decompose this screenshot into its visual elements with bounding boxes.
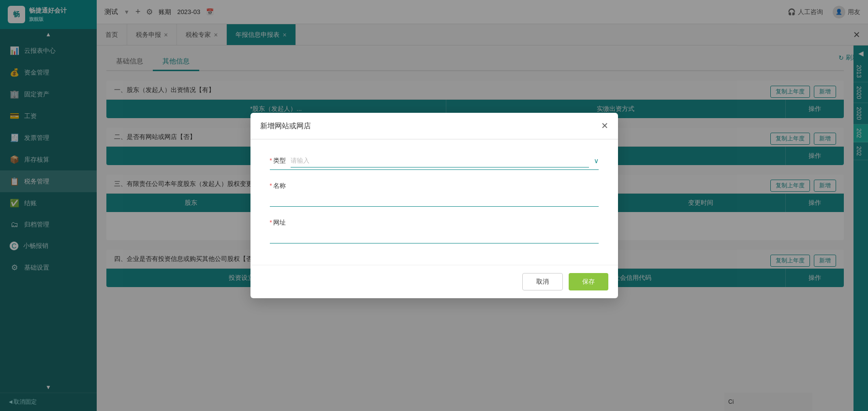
modal-footer: 取消 保存 — [250, 265, 618, 298]
save-button[interactable]: 保存 — [569, 273, 608, 290]
modal-add-website: 新增网站或网店 ✕ *类型 ∨ *名称 — [250, 113, 618, 298]
modal-close-button[interactable]: ✕ — [601, 121, 608, 131]
cancel-button[interactable]: 取消 — [522, 273, 563, 290]
modal-header: 新增网站或网店 ✕ — [250, 113, 618, 139]
modal-body: *类型 ∨ *名称 *网址 — [250, 139, 618, 265]
modal-title: 新增网站或网店 — [260, 122, 311, 131]
name-label: *名称 — [270, 182, 286, 189]
form-type-row: *类型 ∨ — [270, 154, 599, 167]
form-field-type: *类型 ∨ — [270, 154, 599, 170]
type-dropdown-icon[interactable]: ∨ — [594, 157, 599, 165]
form-field-url: *网址 — [270, 218, 599, 244]
name-input[interactable] — [270, 193, 599, 207]
url-label: *网址 — [270, 219, 286, 226]
modal-overlay: 新增网站或网店 ✕ *类型 ∨ *名称 — [0, 0, 868, 411]
form-field-name: *名称 — [270, 182, 599, 207]
url-input[interactable] — [270, 230, 599, 244]
type-label: *类型 — [270, 156, 286, 165]
type-input[interactable] — [291, 154, 589, 167]
